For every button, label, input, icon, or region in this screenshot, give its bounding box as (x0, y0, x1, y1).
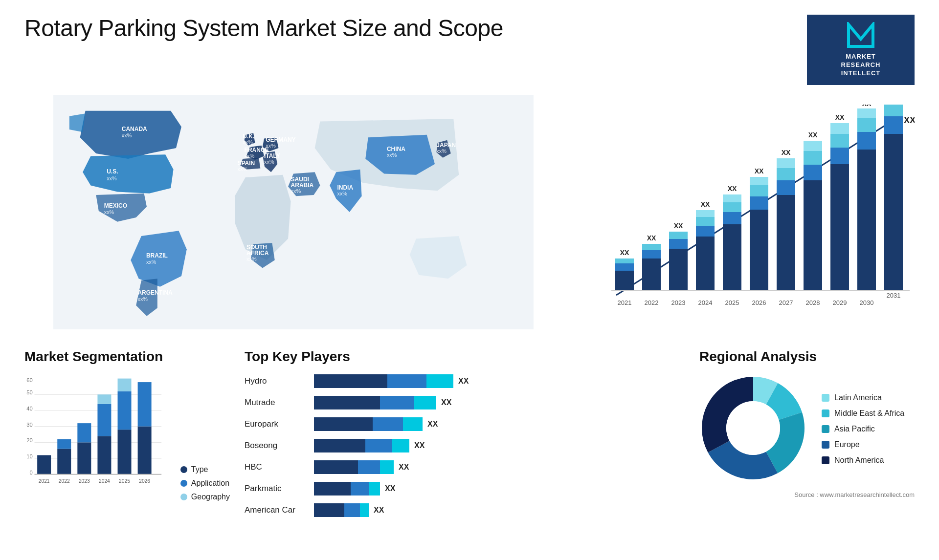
svg-rect-36 (615, 263, 634, 271)
svg-rect-93 (884, 116, 903, 134)
legend-middle-east: Middle East & Africa (822, 409, 904, 418)
svg-rect-94 (884, 105, 903, 116)
svg-rect-89 (857, 108, 876, 118)
player-row-hbc: HBC XX (245, 460, 685, 474)
svg-rect-47 (669, 232, 688, 239)
svg-rect-76 (804, 151, 822, 165)
svg-text:XX: XX (904, 115, 915, 125)
svg-rect-128 (138, 382, 152, 427)
svg-marker-0 (849, 24, 873, 46)
svg-text:xx%: xx% (264, 158, 274, 164)
svg-text:xx%: xx% (146, 258, 156, 264)
svg-text:2021: 2021 (618, 299, 632, 306)
svg-text:2028: 2028 (806, 299, 820, 306)
svg-text:2022: 2022 (59, 478, 70, 483)
legend-color-latin-america (822, 394, 829, 402)
legend-label-latin-america: Latin America (834, 393, 882, 402)
svg-rect-71 (777, 158, 795, 168)
svg-rect-86 (857, 150, 876, 290)
svg-rect-121 (97, 394, 111, 404)
svg-text:2031: 2031 (887, 292, 901, 299)
svg-rect-125 (118, 378, 132, 391)
player-value-europark: XX (427, 420, 438, 429)
player-bar-europark: XX (314, 417, 685, 431)
player-value-americancar: XX (374, 506, 384, 515)
svg-text:xx%: xx% (137, 296, 148, 302)
legend-label-geography: Geography (191, 493, 230, 501)
svg-text:INDIA: INDIA (337, 184, 353, 191)
svg-text:20: 20 (26, 437, 32, 443)
player-row-americancar: American Car XX (245, 503, 685, 517)
svg-rect-69 (777, 180, 795, 195)
svg-rect-51 (696, 226, 715, 237)
svg-text:ARABIA: ARABIA (291, 181, 314, 188)
donut-wrap: Latin America Middle East & Africa Asia … (699, 374, 915, 484)
logo-letter (846, 22, 875, 53)
legend-latin-america: Latin America (822, 393, 904, 402)
player-value-hbc: XX (399, 463, 409, 472)
regional-title: Regional Analysis (699, 349, 915, 365)
svg-rect-57 (723, 212, 741, 224)
player-name-hydro: Hydro (245, 376, 308, 386)
svg-rect-42 (642, 244, 661, 250)
svg-rect-113 (57, 449, 71, 474)
player-row-boseong: Boseong XX (245, 439, 685, 452)
player-row-hydro: Hydro XX (245, 374, 685, 388)
svg-point-137 (726, 401, 780, 455)
svg-text:xx%: xx% (436, 148, 447, 154)
svg-rect-46 (669, 239, 688, 249)
player-name-europark: Europark (245, 419, 308, 429)
player-name-mutrade: Mutrade (245, 398, 308, 408)
svg-rect-70 (777, 168, 795, 180)
player-name-americancar: American Car (245, 505, 308, 515)
svg-text:JAPAN: JAPAN (436, 142, 456, 149)
svg-rect-40 (642, 258, 661, 290)
svg-text:BRAZIL: BRAZIL (146, 252, 168, 258)
bottom-section: Market Segmentation 0 10 20 30 40 50 60 (24, 349, 915, 535)
bar-chart-svg: XX 2021 XX 2022 XX 2023 (602, 105, 915, 320)
svg-text:2023: 2023 (79, 478, 90, 483)
page-container: Rotary Parking System Market Size and Sc… (0, 0, 939, 560)
svg-rect-123 (118, 430, 132, 474)
svg-text:xx%: xx% (122, 132, 132, 138)
svg-rect-58 (723, 202, 741, 212)
regional-container: Regional Analysis (699, 349, 915, 535)
logo: MARKET RESEARCH INTELLECT (807, 15, 915, 85)
svg-rect-52 (696, 217, 715, 226)
svg-text:xx%: xx% (107, 175, 117, 181)
legend-label-asia-pacific: Asia Pacific (834, 425, 875, 433)
svg-text:xx%: xx% (245, 152, 255, 158)
logo-text: MARKET RESEARCH INTELLECT (841, 53, 881, 78)
legend-geography: Geography (180, 493, 230, 501)
player-value-hydro: XX (458, 377, 469, 386)
svg-text:xx%: xx% (104, 209, 114, 215)
svg-rect-35 (615, 271, 634, 290)
segmentation-title: Market Segmentation (24, 349, 230, 365)
svg-text:U.S.: U.S. (107, 168, 118, 175)
svg-text:xx%: xx% (237, 166, 247, 172)
top-section: CANADA xx% U.S. xx% MEXICO xx% BRAZIL xx… (24, 95, 915, 329)
player-row-mutrade: Mutrade XX (245, 396, 685, 409)
svg-rect-92 (884, 134, 903, 290)
svg-rect-81 (830, 148, 849, 164)
svg-text:2022: 2022 (645, 299, 659, 306)
world-map-svg: CANADA xx% U.S. xx% MEXICO xx% BRAZIL xx… (24, 95, 562, 329)
player-value-mutrade: XX (441, 398, 451, 407)
svg-rect-74 (804, 180, 822, 290)
svg-rect-68 (777, 195, 795, 290)
bar-chart-container: XX 2021 XX 2022 XX 2023 (582, 95, 915, 329)
player-bar-parkmatic: XX (314, 482, 685, 495)
svg-text:2025: 2025 (119, 478, 130, 483)
svg-rect-87 (857, 132, 876, 150)
legend-color-asia-pacific (822, 425, 829, 433)
header: Rotary Parking System Market Size and Sc… (24, 15, 915, 85)
svg-text:SPAIN: SPAIN (237, 160, 255, 167)
legend-color-middle-east (822, 409, 829, 417)
legend-label-middle-east: Middle East & Africa (834, 409, 904, 418)
svg-text:0: 0 (30, 469, 33, 475)
legend-dot-type (180, 466, 187, 473)
legend-dot-application (180, 480, 187, 487)
svg-text:2030: 2030 (860, 299, 874, 306)
player-bar-americancar: XX (314, 503, 685, 517)
players-title: Top Key Players (245, 349, 685, 365)
